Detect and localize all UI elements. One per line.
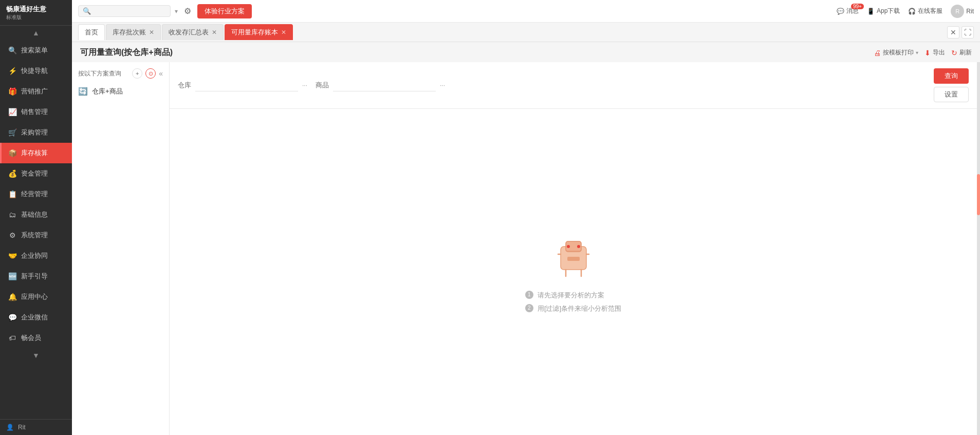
tab-home[interactable]: 首页 bbox=[78, 24, 105, 40]
gift-icon: 🎁 bbox=[8, 87, 17, 96]
filter-panel-title: 按以下方案查询 bbox=[78, 69, 121, 78]
sidebar-item-label: 畅会员 bbox=[21, 333, 41, 343]
finance-icon: 💰 bbox=[8, 169, 17, 178]
ops-icon: 📋 bbox=[8, 190, 17, 198]
expand-button[interactable]: ⛶ bbox=[961, 26, 974, 39]
search-icon: 🔍 bbox=[8, 46, 17, 54]
gear-icon[interactable]: ⚙ bbox=[182, 4, 193, 18]
sidebar-item-operations[interactable]: 📋 经营管理 bbox=[0, 184, 72, 204]
sidebar-item-sales[interactable]: 📈 销售管理 bbox=[0, 102, 72, 122]
refresh-button[interactable]: ↻ 刷新 bbox=[951, 48, 972, 57]
message-button[interactable]: 💬 消息 99+ bbox=[837, 7, 859, 15]
export-button[interactable]: ⬇ 导出 bbox=[924, 48, 945, 57]
main-content: 🔍 ▾ ⚙ 体验行业方案 💬 消息 99+ 📱 App下载 🎧 在线客服 R bbox=[72, 0, 980, 435]
tab-label: 收发存汇总表 bbox=[169, 28, 209, 37]
user-menu[interactable]: R Rit bbox=[951, 5, 974, 18]
filter-add-button[interactable]: + bbox=[132, 68, 142, 79]
tip-number-1: 1 bbox=[525, 291, 533, 299]
chevron-down-icon[interactable]: ▾ bbox=[175, 8, 178, 15]
close-icon[interactable]: ✕ bbox=[281, 29, 286, 35]
basic-icon: 🗂 bbox=[8, 211, 17, 219]
headset-icon: 🎧 bbox=[908, 8, 916, 15]
close-tab-button[interactable]: ✕ bbox=[947, 26, 959, 39]
tab-available-ledger[interactable]: 可用量库存账本 ✕ bbox=[225, 24, 293, 40]
tabs-bar: 首页 库存批次账 ✕ 收发存汇总表 ✕ 可用量库存账本 ✕ ✕ ⛶ bbox=[72, 23, 980, 42]
sidebar-scroll-down[interactable]: ▼ bbox=[0, 348, 72, 363]
user-avatar-icon: 👤 bbox=[6, 424, 14, 431]
filter-collapse-button[interactable]: « bbox=[159, 69, 163, 78]
sidebar-item-label: 营销推广 bbox=[21, 87, 48, 96]
sidebar-item-basic[interactable]: 🗂 基础信息 bbox=[0, 204, 72, 225]
sidebar-scroll-up[interactable]: ▲ bbox=[0, 26, 72, 40]
sidebar-item-shortcut[interactable]: ⚡ 快捷导航 bbox=[0, 61, 72, 81]
filter-settings-button[interactable]: ⊙ bbox=[145, 68, 156, 79]
print-label: 按模板打印 bbox=[883, 48, 914, 57]
phone-icon: 📱 bbox=[867, 8, 875, 15]
page-header: 可用量查询(按仓库+商品) 🖨 按模板打印 ▾ ⬇ 导出 ↻ 刷新 bbox=[72, 42, 980, 62]
warehouse-filter-group: 仓库 ··· bbox=[178, 79, 307, 91]
svg-point-3 bbox=[577, 245, 580, 248]
sidebar-footer[interactable]: 👤 Rit bbox=[0, 419, 72, 435]
filter-item-warehouse-goods[interactable]: 🔄 仓库+商品 bbox=[72, 83, 169, 100]
handshake-icon: 🤝 bbox=[8, 252, 17, 260]
member-icon: 🏷 bbox=[8, 334, 17, 342]
app-edition: 标准版 bbox=[6, 14, 66, 21]
query-filters: 仓库 ··· 商品 ··· 查询 设置 bbox=[170, 62, 977, 109]
apps-icon: 🔔 bbox=[8, 293, 17, 301]
sidebar-item-system[interactable]: ⚙ 系统管理 bbox=[0, 225, 72, 245]
search-input[interactable] bbox=[93, 8, 160, 15]
print-icon: 🖨 bbox=[874, 49, 881, 57]
message-badge: 99+ bbox=[851, 4, 864, 9]
right-scrollbar[interactable] bbox=[977, 62, 980, 435]
service-label: 在线客服 bbox=[918, 7, 942, 15]
warehouse-more-button[interactable]: ··· bbox=[302, 82, 307, 89]
close-icon[interactable]: ✕ bbox=[149, 29, 154, 35]
scroll-thumb[interactable] bbox=[977, 174, 980, 215]
tab-label: 库存批次账 bbox=[113, 28, 146, 37]
empty-illustration bbox=[548, 231, 599, 282]
refresh-icon: ↻ bbox=[951, 49, 957, 57]
print-button[interactable]: 🖨 按模板打印 ▾ bbox=[874, 48, 918, 57]
filter-actions: + ⊙ « bbox=[132, 68, 163, 79]
industry-solution-button[interactable]: 体验行业方案 bbox=[197, 4, 252, 18]
sidebar-item-purchase[interactable]: 🛒 采购管理 bbox=[0, 122, 72, 143]
app-download-button[interactable]: 📱 App下载 bbox=[867, 7, 900, 15]
tab-receive-summary[interactable]: 收发存汇总表 ✕ bbox=[162, 24, 224, 40]
sidebar-item-guide[interactable]: 🆕 新手引导 bbox=[0, 266, 72, 287]
message-icon: 💬 bbox=[837, 8, 844, 15]
sidebar: 畅康通好生意 标准版 ▲ 🔍 搜索菜单 ⚡ 快捷导航 🎁 营销推广 📈 销售管理… bbox=[0, 0, 72, 435]
sidebar-item-search[interactable]: 🔍 搜索菜单 bbox=[0, 40, 72, 61]
sidebar-item-member[interactable]: 🏷 畅会员 bbox=[0, 328, 72, 348]
sidebar-item-label: 系统管理 bbox=[21, 231, 48, 240]
sidebar-item-label: 应用中心 bbox=[21, 292, 48, 301]
sidebar-item-label: 企业微信 bbox=[21, 313, 48, 322]
filter-panel-header: 按以下方案查询 + ⊙ « bbox=[72, 68, 169, 83]
filter-panel: 按以下方案查询 + ⊙ « 🔄 仓库+商品 bbox=[72, 62, 170, 435]
goods-more-button[interactable]: ··· bbox=[440, 82, 445, 89]
sidebar-item-label: 采购管理 bbox=[21, 128, 48, 137]
tip-text-2: 用[过滤]条件来缩小分析范围 bbox=[538, 304, 621, 313]
query-area: 仓库 ··· 商品 ··· 查询 设置 bbox=[170, 62, 977, 435]
query-button[interactable]: 查询 bbox=[934, 68, 969, 84]
settings-button[interactable]: 设置 bbox=[934, 87, 969, 102]
warehouse-input[interactable] bbox=[195, 79, 298, 91]
empty-state: 1 请先选择要分析的方案 2 用[过滤]条件来缩小分析范围 bbox=[170, 109, 977, 435]
sidebar-footer-label: Rit bbox=[18, 424, 26, 431]
sidebar-item-inventory[interactable]: 📦 库存核算 bbox=[0, 143, 72, 163]
goods-input[interactable] bbox=[333, 79, 436, 91]
sidebar-item-wechat[interactable]: 💬 企业微信 bbox=[0, 307, 72, 328]
tab-batch-account[interactable]: 库存批次账 ✕ bbox=[106, 24, 161, 40]
goods-filter-group: 商品 ··· bbox=[316, 79, 445, 91]
empty-tip-2: 2 用[过滤]条件来缩小分析范围 bbox=[525, 304, 621, 313]
sidebar-item-enterprise[interactable]: 🤝 企业协同 bbox=[0, 245, 72, 266]
sidebar-item-label: 搜索菜单 bbox=[21, 46, 48, 55]
sidebar-item-finance[interactable]: 💰 资金管理 bbox=[0, 163, 72, 184]
empty-tips: 1 请先选择要分析的方案 2 用[过滤]条件来缩小分析范围 bbox=[525, 291, 621, 313]
topbar-search[interactable]: 🔍 bbox=[78, 5, 171, 17]
close-icon[interactable]: ✕ bbox=[212, 29, 217, 35]
sidebar-item-label: 库存核算 bbox=[21, 148, 48, 158]
sidebar-item-marketing[interactable]: 🎁 营销推广 bbox=[0, 81, 72, 102]
sidebar-item-apps[interactable]: 🔔 应用中心 bbox=[0, 287, 72, 307]
customer-service-button[interactable]: 🎧 在线客服 bbox=[908, 7, 942, 15]
query-buttons: 查询 设置 bbox=[934, 68, 969, 102]
